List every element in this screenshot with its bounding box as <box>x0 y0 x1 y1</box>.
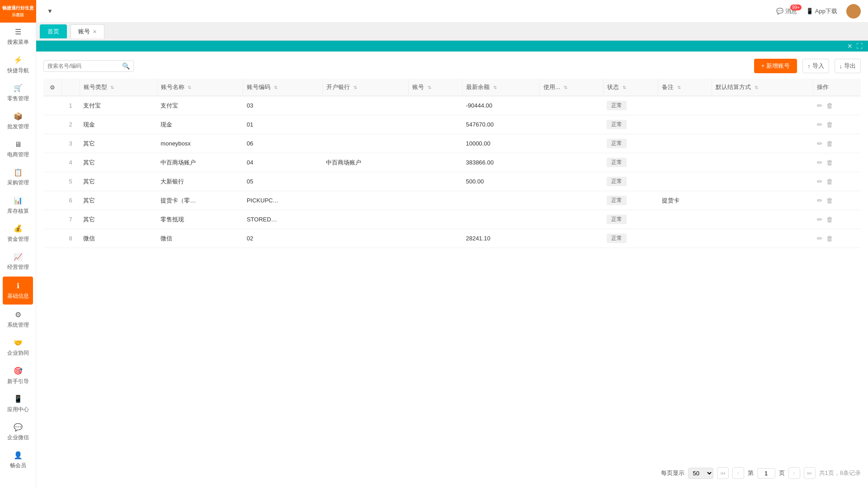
user-avatar[interactable] <box>846 4 861 19</box>
row-settings <box>43 210 61 229</box>
col-settings-header[interactable]: ⚙ <box>43 79 61 96</box>
delete-icon[interactable]: 🗑 <box>826 159 833 166</box>
sidebar-item-ecommerce[interactable]: 🖥 电商管理 <box>0 135 36 163</box>
search-input[interactable] <box>47 63 122 69</box>
delete-icon[interactable]: 🗑 <box>826 178 833 185</box>
row-name: 现金 <box>157 115 243 134</box>
row-type: 支付宝 <box>80 96 157 115</box>
col-bank-header[interactable]: 开户银行 ⇅ <box>322 79 408 96</box>
row-type: 其它 <box>80 172 157 191</box>
add-account-button[interactable]: + 新增账号 <box>754 59 797 73</box>
nav-dropdown[interactable]: ▼ <box>43 6 57 16</box>
col-code-header[interactable]: 账号编码 ⇅ <box>243 79 323 96</box>
tab-account[interactable]: 账号 ✕ <box>71 24 104 38</box>
status-badge: 正常 <box>607 234 627 243</box>
row-bank <box>322 191 408 210</box>
row-bank <box>322 134 408 153</box>
sidebar-item-wholesale[interactable]: 📦 批发管理 <box>0 107 36 135</box>
sidebar-item-enterprise[interactable]: 🤝 企业协同 <box>0 333 36 361</box>
tab-home[interactable]: 首页 <box>40 24 67 38</box>
sidebar-item-retail[interactable]: 🛒 零售管理 <box>0 79 36 107</box>
edit-icon[interactable]: ✏ <box>817 216 823 224</box>
sidebar-item-search[interactable]: ☰ 搜索菜单 <box>0 23 36 51</box>
sidebar-item-guide[interactable]: 🎯 新手引导 <box>0 361 36 389</box>
teal-bar: ✕ ⛶ <box>36 41 868 52</box>
row-bank <box>322 210 408 229</box>
sidebar-item-operations[interactable]: 📈 经营管理 <box>0 248 36 276</box>
sidebar-item-quicknav[interactable]: ⚡ 快捷导航 <box>0 51 36 79</box>
export-button[interactable]: ↓ 导出 <box>835 59 861 73</box>
status-badge: 正常 <box>607 215 627 224</box>
sidebar-item-basic-info[interactable]: ℹ 基础信息 <box>3 277 33 305</box>
col-type-header[interactable]: 账号类型 ⇅ <box>80 79 157 96</box>
sidebar-item-member[interactable]: 👤 畅会员 <box>0 446 36 474</box>
sidebar-item-purchase[interactable]: 📋 采购管理 <box>0 163 36 191</box>
table-row: 3 其它 moneybosx 06 10000.00 正常 ✏ 🗑 <box>43 134 861 153</box>
sidebar-item-system[interactable]: ⚙ 系统管理 <box>0 305 36 333</box>
sidebar-item-inventory[interactable]: 📊 库存核算 <box>0 191 36 219</box>
edit-icon[interactable]: ✏ <box>817 178 823 186</box>
export-label: 导出 <box>844 62 856 70</box>
import-button[interactable]: ↑ 导入 <box>802 59 829 73</box>
delete-icon[interactable]: 🗑 <box>826 140 833 147</box>
col-name-header[interactable]: 账号名称 ⇅ <box>157 79 243 96</box>
sidebar-item-apps[interactable]: 📱 应用中心 <box>0 389 36 418</box>
edit-icon[interactable]: ✏ <box>817 140 823 148</box>
per-page-select[interactable]: 50 100 200 <box>688 468 713 479</box>
row-index: 7 <box>61 210 80 229</box>
row-code: 06 <box>243 134 323 153</box>
first-page-button[interactable]: ⏮ <box>717 467 729 479</box>
status-badge: 正常 <box>607 120 627 129</box>
row-type: 其它 <box>80 134 157 153</box>
import-icon: ↑ <box>807 63 811 70</box>
prev-page-button[interactable]: ‹ <box>732 467 744 479</box>
row-balance: -90444.00 <box>462 96 539 115</box>
edit-icon[interactable]: ✏ <box>817 121 823 129</box>
row-actions: ✏ 🗑 <box>813 210 861 229</box>
delete-icon[interactable]: 🗑 <box>826 235 833 242</box>
sidebar-item-label: 畅会员 <box>10 462 26 469</box>
teal-close-icon[interactable]: ✕ <box>847 42 853 50</box>
next-page-button[interactable]: › <box>788 467 800 479</box>
sidebar-item-finance[interactable]: 💰 资金管理 <box>0 219 36 247</box>
teal-expand-icon[interactable]: ⛶ <box>856 42 863 50</box>
quicknav-icon: ⚡ <box>14 55 23 65</box>
row-name: 零售抵现 <box>157 210 243 229</box>
row-actions: ✏ 🗑 <box>813 229 861 248</box>
edit-icon[interactable]: ✏ <box>817 235 823 243</box>
col-usage-header[interactable]: 使用... ⇅ <box>540 79 604 96</box>
row-code: PICKUPC… <box>243 191 323 210</box>
tab-close-icon[interactable]: ✕ <box>93 29 97 35</box>
col-remark-header[interactable]: 备注 ⇅ <box>658 79 712 96</box>
col-status-header[interactable]: 状态 ⇅ <box>603 79 658 96</box>
row-account <box>409 229 462 248</box>
dropdown-text: ▼ <box>47 8 53 14</box>
delete-icon[interactable]: 🗑 <box>826 197 833 204</box>
delete-icon[interactable]: 🗑 <box>826 102 833 109</box>
last-page-button[interactable]: ⏭ <box>804 467 816 479</box>
sidebar-item-label: 搜索菜单 <box>7 38 29 46</box>
table-row: 8 微信 微信 02 28241.10 正常 ✏ 🗑 <box>43 229 861 248</box>
row-index: 2 <box>61 115 80 134</box>
row-status: 正常 <box>603 191 658 210</box>
export-icon: ↓ <box>840 63 843 70</box>
sidebar-item-label: 系统管理 <box>7 321 29 329</box>
sidebar-item-wechat[interactable]: 💬 企业微信 <box>0 418 36 446</box>
delete-icon[interactable]: 🗑 <box>826 121 833 128</box>
col-account-header[interactable]: 账号 ⇅ <box>409 79 462 96</box>
table-body: 1 支付宝 支付宝 03 -90444.00 正常 ✏ 🗑 2 现金 现金 01 <box>43 96 861 248</box>
row-payment <box>712 210 813 229</box>
row-index: 3 <box>61 134 80 153</box>
search-box[interactable]: 🔍 <box>43 60 134 72</box>
col-balance-header[interactable]: 最新余额 ⇅ <box>462 79 539 96</box>
apps-icon: 📱 <box>14 394 23 404</box>
row-bank <box>322 115 408 134</box>
message-button[interactable]: 💬 消息 99+ <box>776 7 797 15</box>
delete-icon[interactable]: 🗑 <box>826 216 833 223</box>
edit-icon[interactable]: ✏ <box>817 102 823 110</box>
edit-icon[interactable]: ✏ <box>817 159 823 167</box>
app-download-button[interactable]: 📱 App下载 <box>806 7 837 15</box>
page-input[interactable] <box>757 468 775 479</box>
col-payment-header[interactable]: 默认结算方式 ⇅ <box>712 79 813 96</box>
edit-icon[interactable]: ✏ <box>817 197 823 205</box>
